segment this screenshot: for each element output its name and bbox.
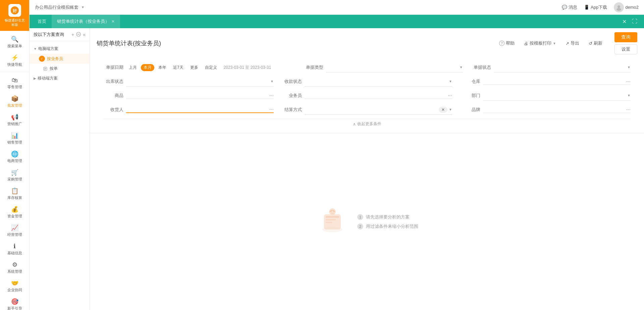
svg-point-5 — [77, 34, 78, 35]
date-tab-this-year[interactable]: 本年 — [156, 64, 169, 71]
doc-type-field: 单据类型 ▼ — [295, 62, 463, 72]
system-icon: ⚙ — [12, 261, 17, 268]
print-dropdown-icon: ▼ — [553, 42, 556, 45]
tree-item-by-salesperson[interactable]: ✓ 按业务员 — [30, 54, 90, 64]
user-name: demo2 — [625, 5, 639, 10]
wholesale-icon: 📦 — [11, 95, 18, 102]
salesperson-dots-btn[interactable]: ··· — [448, 93, 452, 99]
sidebar-item-retail[interactable]: 🛍 零售管理 — [0, 74, 29, 92]
tree-group-mobile[interactable]: ▶ 移动端方案 — [30, 73, 90, 83]
goods-dots-btn[interactable]: ··· — [269, 93, 274, 99]
collapse-bar[interactable]: ∧ 收起更多条件 — [103, 119, 631, 129]
settlement-label: 结算方式 — [282, 107, 302, 113]
payment-status-select[interactable]: ▼ — [305, 76, 452, 87]
settings-button[interactable]: 设置 — [614, 44, 637, 54]
sidebar-item-sales[interactable]: 📊 销售管理 — [0, 129, 29, 148]
customer-field: 收货人 ··· — [103, 106, 274, 113]
warehouse-dots-btn[interactable]: ··· — [626, 79, 631, 85]
sidebar-item-purchase[interactable]: 🛒 采购管理 — [0, 166, 29, 185]
add-scheme-btn[interactable]: + — [71, 32, 74, 37]
tab-close-btn[interactable]: ✕ — [111, 19, 115, 24]
date-tab-custom[interactable]: 自定义 — [202, 64, 220, 71]
left-panel: 按以下方案查询 + « ▼ — [30, 28, 90, 310]
stock-status-select[interactable]: ▼ — [126, 76, 274, 87]
left-panel-tree: ▼ 电脑端方案 ✓ 按业务员 按单 ▶ — [30, 41, 90, 310]
date-tab-last-month[interactable]: 上月 — [126, 64, 140, 71]
left-panel-title: 按以下方案查询 — [34, 32, 64, 38]
sidebar-item-enterprise[interactable]: 🤝 企业协同 — [0, 277, 29, 295]
brand-dots-btn[interactable]: ··· — [626, 107, 631, 113]
department-select[interactable]: ▼ — [483, 91, 631, 101]
doc-status-select[interactable]: ▼ — [494, 62, 631, 72]
salesperson-label: 业务员 — [282, 93, 302, 99]
help-btn[interactable]: ? 帮助 — [496, 39, 517, 48]
stock-status-field: 出库状态 ▼ — [103, 76, 274, 87]
settlement-clear-btn[interactable]: ✕ — [439, 107, 447, 113]
filter-row-3: 商品 ··· 业务员 ··· — [103, 91, 631, 101]
inventory-icon: 📋 — [11, 187, 18, 195]
date-tab-more[interactable]: 更多 — [187, 64, 201, 71]
sidebar-item-ecommerce[interactable]: 🌐 电商管理 — [0, 148, 29, 166]
tree-group-mobile-expand: ▶ — [34, 76, 36, 80]
retail-icon: 🛍 — [12, 77, 18, 84]
salesperson-scheme-icon: ✓ — [39, 56, 45, 62]
help-icon: ? — [499, 41, 504, 46]
topbar-arrow-icon[interactable]: ▼ — [81, 5, 85, 9]
basic-info-icon: ℹ — [13, 243, 16, 250]
payment-status-label: 收款状态 — [282, 79, 302, 85]
app-download-btn[interactable]: 📱 App下载 — [584, 4, 607, 10]
export-btn[interactable]: ↗ 导出 — [563, 39, 582, 48]
collapse-panel-btn[interactable]: « — [83, 32, 86, 37]
main-area: 办公用品行业模拟账套 ▼ 💬 消息 📱 App下载 demo2 首页 — [30, 0, 644, 310]
sidebar-item-marketing[interactable]: 📢 营销推广 — [0, 111, 29, 129]
empty-tip-2: 2 用过滤条件来缩小分析范围 — [357, 223, 418, 229]
tip-num-2: 2 — [357, 223, 363, 229]
user-menu-btn[interactable]: demo2 — [614, 2, 639, 12]
sidebar-main-items: 🛍 零售管理 📦 批发管理 📢 营销推广 📊 销售管理 🌐 电商管理 🛒 采购管… — [0, 72, 29, 310]
app-download-icon: 📱 — [584, 5, 589, 10]
date-tab-this-month[interactable]: 本月 — [141, 64, 154, 71]
template-print-btn[interactable]: 🖨 按模板打印 ▼ — [521, 39, 559, 48]
tree-item-by-order[interactable]: 按单 — [30, 64, 90, 73]
tab-home[interactable]: 首页 — [32, 15, 52, 28]
right-panel: 销货单统计表(按业务员) ? 帮助 🖨 按模板打印 ▼ ↗ — [90, 28, 644, 310]
by-order-icon — [43, 66, 48, 71]
sidebar-item-system[interactable]: ⚙ 系统管理 — [0, 258, 29, 277]
enterprise-icon: 🤝 — [11, 279, 18, 287]
settlement-select[interactable]: ✕ ▼ — [305, 105, 452, 115]
sidebar-item-search-menu[interactable]: 🔍 搜索菜单 — [0, 33, 29, 51]
tree-group-pc[interactable]: ▼ 电脑端方案 — [30, 44, 90, 54]
sidebar-item-inventory[interactable]: 📋 库存核算 — [0, 185, 29, 203]
page-header-actions: ? 帮助 🖨 按模板打印 ▼ ↗ 导出 ↺ — [496, 32, 637, 54]
settlement-field: 结算方式 ✕ ▼ — [274, 105, 452, 115]
sidebar-item-newbie[interactable]: 🎯 新手引导 — [0, 295, 29, 310]
sidebar-item-basic-info[interactable]: ℹ 基础信息 — [0, 240, 29, 258]
doc-type-arrow-icon: ▼ — [460, 65, 463, 69]
sidebar-item-quick-nav[interactable]: ⚡ 快捷导航 — [0, 51, 29, 70]
tabbar: 首页 销货单统计表（按业务员） ✕ ✕ ⛶ — [30, 15, 644, 28]
tab-maximize-btn[interactable]: ⛶ — [631, 17, 639, 26]
topbar-right: 💬 消息 📱 App下载 demo2 — [562, 2, 639, 12]
sidebar-item-operations[interactable]: 📈 经营管理 — [0, 221, 29, 240]
query-button[interactable]: 查询 — [614, 32, 637, 42]
product-name: 办公用品行业模拟账套 — [35, 4, 78, 10]
export-icon: ↗ — [566, 41, 569, 46]
edit-scheme-btn[interactable] — [76, 32, 81, 38]
refresh-btn[interactable]: ↺ 刷新 — [586, 39, 605, 48]
sidebar-item-finance[interactable]: 💰 资金管理 — [0, 203, 29, 221]
goods-label: 商品 — [103, 93, 123, 99]
tree-item-salesperson-label: 按业务员 — [47, 56, 63, 62]
tab-close-window-btn[interactable]: ✕ — [621, 17, 628, 26]
date-tab-last-7[interactable]: 近7天 — [170, 64, 186, 71]
tab-sales-stats[interactable]: 销货单统计表（按业务员） ✕ — [52, 15, 120, 28]
page-header: 销货单统计表(按业务员) ? 帮助 🖨 按模板打印 ▼ ↗ — [90, 28, 644, 133]
settlement-arrow-icon: ▼ — [449, 108, 452, 111]
collapse-up-icon: ∧ — [353, 122, 356, 126]
left-panel-actions: + « — [71, 32, 86, 38]
sidebar-item-wholesale[interactable]: 📦 批发管理 — [0, 92, 29, 111]
doc-type-select[interactable]: ▼ — [326, 62, 463, 72]
tree-item-order-label: 按单 — [50, 66, 58, 71]
message-btn[interactable]: 💬 消息 — [562, 4, 577, 10]
operations-icon: 📈 — [11, 224, 18, 231]
customer-dots-btn[interactable]: ··· — [269, 106, 274, 112]
